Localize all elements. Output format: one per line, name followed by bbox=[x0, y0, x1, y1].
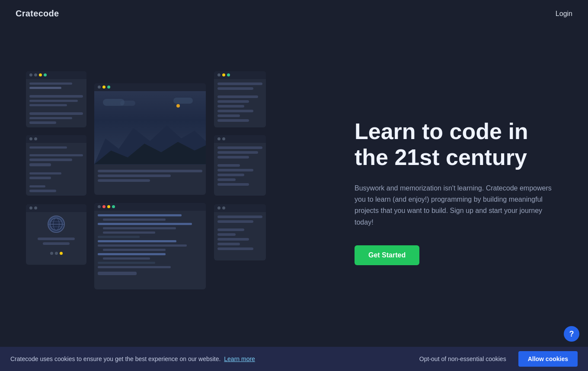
cookie-message: Cratecode uses cookies to ensure you get… bbox=[10, 355, 407, 362]
site-logo: Cratecode bbox=[16, 9, 59, 19]
hero-description: Busywork and memorization isn't learning… bbox=[355, 183, 562, 228]
cookie-optout-button[interactable]: Opt-out of non-essential cookies bbox=[412, 355, 513, 362]
help-button[interactable]: ? bbox=[564, 326, 579, 342]
mockup-center-bot bbox=[94, 203, 206, 289]
svg-point-0 bbox=[50, 218, 62, 230]
mockup-bot-left bbox=[26, 204, 86, 265]
main-content: Learn to code in the 21st century Busywo… bbox=[0, 27, 588, 339]
cookie-allow-button[interactable]: Allow cookies bbox=[518, 351, 578, 367]
mockup-mid-left bbox=[26, 135, 86, 196]
hero-title: Learn to code in the 21st century bbox=[355, 119, 562, 171]
mockup-top-left bbox=[26, 71, 86, 127]
globe-icon bbox=[48, 216, 65, 233]
mockups-area bbox=[26, 71, 303, 313]
mockup-center-top bbox=[94, 83, 206, 195]
mockup-mid-right bbox=[214, 135, 266, 196]
hero-section: Learn to code in the 21st century Busywo… bbox=[337, 119, 562, 265]
cookie-banner: Cratecode uses cookies to ensure you get… bbox=[0, 347, 588, 371]
get-started-button[interactable]: Get Started bbox=[355, 245, 419, 265]
mountain-scene bbox=[94, 91, 206, 165]
cookie-learn-more-link[interactable]: Learn more bbox=[224, 355, 255, 362]
mockup-bot-right bbox=[214, 204, 266, 260]
navbar: Cratecode Login bbox=[0, 0, 588, 27]
login-button[interactable]: Login bbox=[556, 10, 572, 18]
mockup-top-right bbox=[214, 71, 266, 127]
